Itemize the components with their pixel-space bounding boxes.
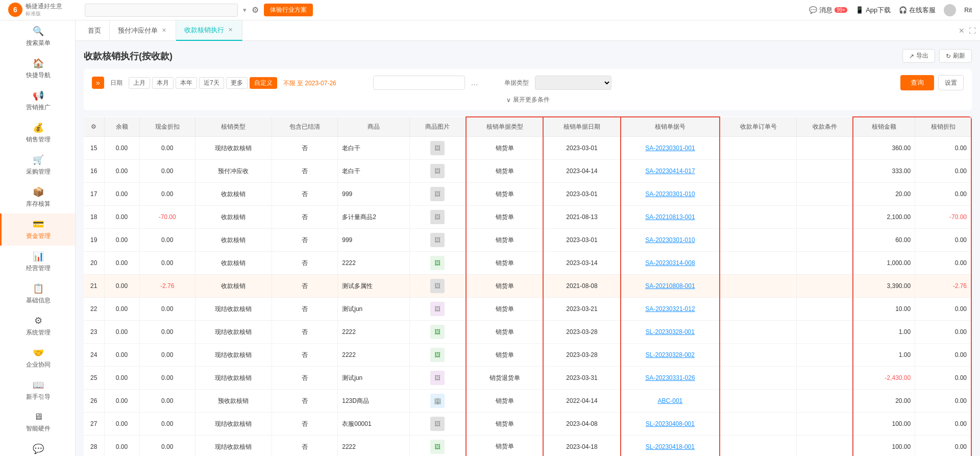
row-receipt-condition: [797, 137, 853, 160]
row-report-type: 销货单: [466, 206, 543, 229]
marketing-icon: 📢: [33, 90, 44, 101]
sidebar-item-system[interactable]: ⚙ 系统管理: [0, 310, 75, 342]
row-report-num[interactable]: SL-20230328-002: [621, 344, 720, 367]
row-receipt-order-num: [720, 229, 797, 252]
refresh-button[interactable]: ↻ 刷新: [939, 49, 972, 63]
row-report-num[interactable]: SL-20230328-001: [621, 321, 720, 344]
online-service-button[interactable]: 🎧 在线客服: [899, 6, 936, 15]
app-download-button[interactable]: 📱 App下载: [855, 6, 891, 15]
date-more[interactable]: 更多: [226, 77, 248, 89]
settings-button[interactable]: 设置: [938, 75, 964, 90]
sidebar-item-wechat[interactable]: 💬 企业微信: [0, 438, 75, 456]
sidebar-item-basic[interactable]: 📋 基础信息: [0, 278, 75, 310]
row-receipt-order-num: [720, 206, 797, 229]
row-report-num[interactable]: SA-20230301-010: [621, 183, 720, 206]
tab-close-prepay[interactable]: ✕: [161, 26, 167, 35]
tab-prepay[interactable]: 预付冲应付单 ✕: [110, 20, 176, 41]
expand-window-icon[interactable]: ⛶: [969, 27, 976, 35]
tab-collection[interactable]: 收款核销执行 ✕: [176, 20, 242, 41]
table-row: 22 0.00 0.00 现结收款核销 否 测试jun 🖼 销货单 2023-0…: [84, 298, 971, 321]
sidebar-item-label: 系统管理: [26, 328, 51, 337]
row-index: 20: [84, 252, 104, 275]
row-cancel-amount: 3,390.00: [853, 275, 915, 298]
sidebar-item-enterprise[interactable]: 🤝 企业协同: [0, 342, 75, 374]
col-cancel-type-header: 核销类型: [195, 117, 272, 137]
export-button[interactable]: ↗ 导出: [902, 49, 935, 63]
product-image: 🏢: [430, 394, 445, 408]
purchase-icon: 🛒: [33, 154, 44, 165]
row-cancel-discount: 0.00: [915, 298, 971, 321]
filter-bar: » 日期 上月 本月 本年 近7天 更多 自定义 不限 至 2023-07-26: [84, 69, 972, 110]
product-image: 🖼: [430, 279, 445, 293]
date-7days[interactable]: 近7天: [199, 77, 224, 89]
row-receipt-condition: [797, 183, 853, 206]
gear-icon[interactable]: ⚙: [252, 5, 259, 15]
row-cancel-type: 收款核销: [195, 275, 272, 298]
row-report-type: 销货单: [466, 436, 543, 457]
row-report-num[interactable]: SL-20230408-001: [621, 413, 720, 436]
row-receipt-order-num: [720, 321, 797, 344]
sidebar-item-finance[interactable]: 💳 资金管理: [0, 213, 75, 246]
row-receipt-order-num: [720, 252, 797, 275]
sidebar-item-label: 快捷导航: [26, 71, 51, 80]
row-balance: 0.00: [104, 160, 139, 183]
sidebar-item-hardware[interactable]: 🖥 智能硬件: [0, 406, 75, 438]
date-this-year[interactable]: 本年: [176, 77, 197, 89]
sidebar-item-marketing[interactable]: 📢 营销推广: [0, 85, 75, 117]
sidebar-item-operation[interactable]: 📊 经营管理: [0, 246, 75, 278]
sidebar-item-search[interactable]: 🔍 搜索菜单: [0, 20, 75, 53]
product-image: 🖼: [430, 141, 445, 155]
col-settings-header[interactable]: ⚙: [84, 117, 104, 137]
tab-close-collection[interactable]: ✕: [227, 26, 234, 34]
product-image: 🖼: [430, 302, 445, 316]
expand-conditions-button[interactable]: ∨ 展开更多条件: [506, 95, 550, 104]
row-cancel-discount: 0.00: [915, 436, 971, 457]
row-index: 18: [84, 206, 104, 229]
tab-home[interactable]: 首页: [80, 20, 110, 41]
date-this-month[interactable]: 本月: [152, 77, 174, 89]
doc-type-select[interactable]: [535, 76, 611, 90]
row-report-num[interactable]: SA-20230414-017: [621, 160, 720, 183]
col-receipt-condition-header: 收款条件: [797, 117, 853, 137]
row-report-num[interactable]: SA-20230321-012: [621, 298, 720, 321]
col-cancel-discount-header: 核销折扣: [915, 117, 971, 137]
row-report-num[interactable]: SA-20210808-001: [621, 275, 720, 298]
close-window-icon[interactable]: ✕: [959, 27, 965, 35]
row-report-num[interactable]: SL-20230418-001: [621, 436, 720, 457]
row-report-type: 销货单: [466, 344, 543, 367]
logo: 6 畅捷通好生意 标准版: [8, 3, 80, 17]
message-button[interactable]: 💬 消息 99+: [809, 6, 847, 15]
row-cash-discount: 0.00: [139, 321, 195, 344]
row-report-num[interactable]: SA-20230301-010: [621, 229, 720, 252]
search-input[interactable]: [85, 4, 238, 17]
sidebar-item-purchase[interactable]: 🛒 采购管理: [0, 149, 75, 181]
row-report-date: 2023-04-14: [543, 160, 620, 183]
row-cancel-discount: 0.00: [915, 137, 971, 160]
row-report-num[interactable]: SA-20210813-001: [621, 206, 720, 229]
sidebar-item-guide[interactable]: 📖 新手引导: [0, 374, 75, 406]
row-index: 17: [84, 183, 104, 206]
row-include-settled: 否: [272, 436, 338, 457]
filter-expand-button[interactable]: »: [92, 77, 104, 89]
row-cancel-type: 现结收款核销: [195, 367, 272, 390]
row-product-img: 🖼: [410, 206, 466, 229]
row-report-num[interactable]: SA-20230301-001: [621, 137, 720, 160]
row-balance: 0.00: [104, 344, 139, 367]
product-image: 🖼: [430, 348, 445, 362]
row-cancel-amount: 1.00: [853, 344, 915, 367]
avatar[interactable]: [944, 4, 956, 16]
from-unit-input[interactable]: [373, 76, 465, 90]
sidebar-item-inventory[interactable]: 📦 库存核算: [0, 181, 75, 213]
industry-button[interactable]: 体验行业方案: [264, 4, 313, 16]
sidebar-item-sales[interactable]: 💰 销售管理: [0, 117, 75, 149]
row-product-img: 🖼: [410, 137, 466, 160]
date-custom[interactable]: 自定义: [250, 77, 277, 89]
row-report-num[interactable]: ABC-001: [621, 390, 720, 413]
sidebar-item-quicknav[interactable]: 🏠 快捷导航: [0, 53, 75, 85]
row-balance: 0.00: [104, 413, 139, 436]
row-report-num[interactable]: SA-20230314-008: [621, 252, 720, 275]
query-button[interactable]: 查询: [900, 75, 934, 90]
row-cancel-amount: 1,000.00: [853, 252, 915, 275]
date-last-month[interactable]: 上月: [129, 77, 150, 89]
row-report-num[interactable]: SA-20230331-026: [621, 367, 720, 390]
